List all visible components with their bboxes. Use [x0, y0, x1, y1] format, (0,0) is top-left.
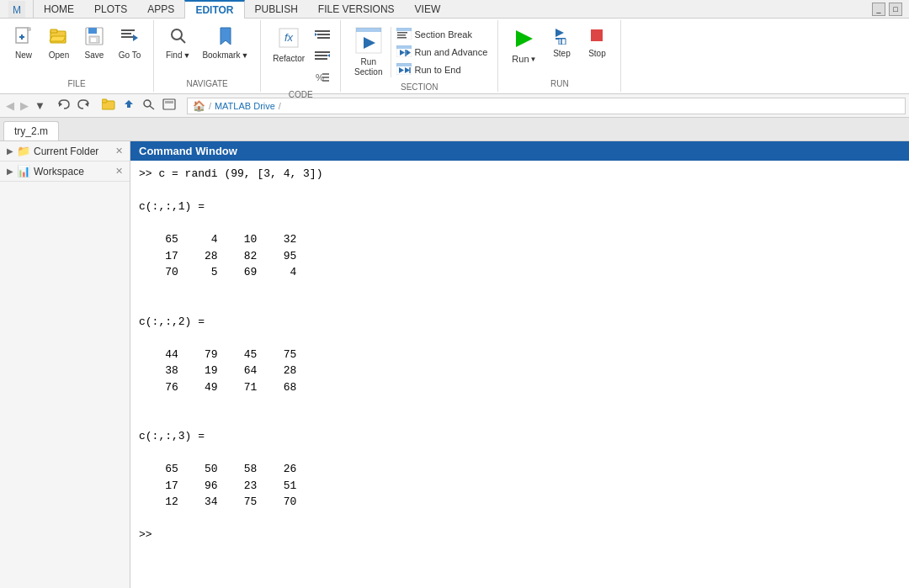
ribbon-group-navigate: Find ▼ Bookmark ▼ NAVIGATE — [154, 20, 261, 92]
svg-rect-26 — [315, 51, 330, 53]
file-buttons: New Open — [7, 24, 146, 77]
comment-button[interactable]: % — [311, 69, 333, 88]
stop-button[interactable]: Stop — [580, 24, 614, 61]
address-separator-2: / — [279, 101, 281, 111]
run-and-advance-label: Run and Advance — [414, 47, 487, 57]
refactor-icon: fx — [277, 26, 300, 52]
indent-decrease-button[interactable] — [311, 48, 333, 67]
content-area: Command Window >> c = randi (99, [3, 4, … — [130, 141, 909, 588]
goto-icon — [120, 26, 140, 49]
menu-apps[interactable]: APPS — [137, 0, 184, 18]
sidebar-item-current-folder[interactable]: ▶ 📁 Current Folder ✕ — [0, 141, 130, 162]
step-label: Step — [553, 49, 571, 58]
history-button[interactable]: ▼ — [32, 98, 48, 114]
section-small-buttons: Section Break Run and Advance — [393, 24, 491, 81]
ribbon-group-section: RunSection Section Break — [341, 20, 498, 92]
indent-buttons: % — [311, 27, 333, 88]
search-icon-btn[interactable] — [140, 97, 158, 114]
save-icon — [84, 26, 104, 49]
menu-bar: M HOME PLOTS APPS EDITOR PUBLISH FILE VE… — [0, 0, 909, 19]
command-window-body[interactable]: >> c = randi (99, [3, 4, 3]) c(:,:,1) = … — [130, 161, 909, 588]
open-button[interactable]: Open — [42, 24, 76, 62]
menu-file-versions[interactable]: FILE VERSIONS — [308, 0, 405, 18]
ribbon-group-run: Run ▼ Step — [498, 20, 621, 92]
svg-rect-38 — [396, 28, 412, 31]
minimize-button[interactable]: _ — [872, 3, 885, 16]
run-dropdown-icon[interactable]: ▼ — [530, 56, 537, 63]
svg-rect-8 — [50, 29, 57, 33]
home-icon: 🏠 — [193, 100, 205, 112]
workspace-pin[interactable]: ✕ — [115, 166, 123, 177]
section-divider — [391, 27, 391, 77]
run-button[interactable]: Run ▼ — [505, 24, 543, 67]
command-window-header: Command Window — [130, 141, 909, 161]
svg-marker-53 — [556, 29, 564, 37]
matlab-drive-link[interactable]: MATLAB Drive — [215, 101, 275, 111]
svg-rect-15 — [121, 36, 133, 38]
redo-button[interactable] — [74, 97, 93, 114]
section-break-button[interactable]: Section Break — [393, 26, 491, 43]
svg-rect-41 — [397, 37, 407, 39]
goto-label: Go To — [119, 50, 141, 60]
svg-rect-10 — [88, 28, 97, 34]
goto-button[interactable]: Go To — [113, 24, 146, 62]
find-button[interactable]: Find ▼ — [161, 24, 195, 62]
menu-home[interactable]: HOME — [34, 0, 84, 18]
menu-publish[interactable]: PUBLISH — [245, 0, 308, 18]
run-section-button[interactable]: RunSection — [348, 24, 389, 81]
section-break-icon — [396, 28, 412, 41]
svg-rect-22 — [315, 30, 330, 32]
folder-icon-btn[interactable] — [99, 97, 118, 114]
cmd-output-1a: c(:,:,1) = — [139, 200, 205, 213]
new-label: New — [15, 50, 32, 60]
sidebar-item-workspace[interactable]: ▶ 📊 Workspace ✕ — [0, 162, 130, 182]
svg-rect-67 — [165, 101, 173, 103]
back-button[interactable]: ◀ — [3, 98, 17, 114]
svg-marker-19 — [221, 28, 231, 45]
svg-rect-23 — [317, 34, 330, 35]
refactor-label: Refactor — [273, 54, 305, 63]
address-section: 🏠 / MATLAB Drive / — [187, 98, 906, 114]
new-icon — [13, 26, 34, 49]
current-folder-pin[interactable]: ✕ — [115, 146, 123, 156]
find-dropdown-icon[interactable]: ▼ — [183, 51, 190, 60]
svg-marker-29 — [327, 54, 330, 57]
tab-try2m[interactable]: try_2.m — [3, 121, 59, 140]
menu-plots[interactable]: PLOTS — [84, 0, 137, 18]
section-break-label: Section Break — [414, 29, 471, 40]
menu-view[interactable]: VIEW — [405, 0, 451, 18]
save-button[interactable]: Save — [77, 24, 111, 62]
ribbon: New Open — [0, 19, 909, 94]
toolbar-bar: ◀ ▶ ▼ 🏠 / MATLAB Drive / — [0, 94, 909, 118]
forward-button[interactable]: ▶ — [18, 98, 31, 114]
bookmark-label: Bookmark — [202, 50, 240, 60]
maximize-button[interactable]: □ — [889, 3, 902, 16]
run-label: Run — [512, 54, 529, 64]
run-icon — [513, 27, 536, 52]
sidebar: ▶ 📁 Current Folder ✕ ▶ 📊 Workspace ✕ — [0, 141, 130, 588]
indent-increase-button[interactable] — [311, 27, 333, 46]
svg-marker-16 — [133, 34, 138, 41]
undo-button[interactable] — [55, 97, 73, 114]
svg-rect-28 — [315, 58, 327, 60]
bookmark-button[interactable]: Bookmark ▼ — [197, 24, 253, 62]
settings-icon-btn[interactable] — [160, 97, 178, 114]
run-and-advance-button[interactable]: Run and Advance — [393, 44, 491, 61]
refactor-button[interactable]: fx Refactor — [268, 24, 310, 66]
run-to-end-label: Run to End — [414, 65, 460, 75]
save-label: Save — [85, 50, 104, 60]
menu-editor[interactable]: EDITOR — [184, 0, 244, 19]
run-section-icon — [355, 27, 382, 56]
bookmark-dropdown-icon[interactable]: ▼ — [241, 51, 248, 60]
command-window-title: Command Window — [139, 145, 237, 157]
run-to-end-button[interactable]: Run to End — [393, 61, 491, 78]
address-separator-1: / — [209, 101, 211, 111]
svg-marker-58 — [59, 102, 62, 107]
address-bar[interactable]: 🏠 / MATLAB Drive / — [187, 98, 906, 114]
step-icon — [552, 26, 571, 47]
new-button[interactable]: New — [7, 24, 40, 62]
step-button[interactable]: Step — [545, 24, 578, 61]
svg-point-64 — [144, 100, 151, 107]
upload-icon-btn[interactable] — [120, 97, 138, 114]
stop-icon — [587, 26, 606, 47]
